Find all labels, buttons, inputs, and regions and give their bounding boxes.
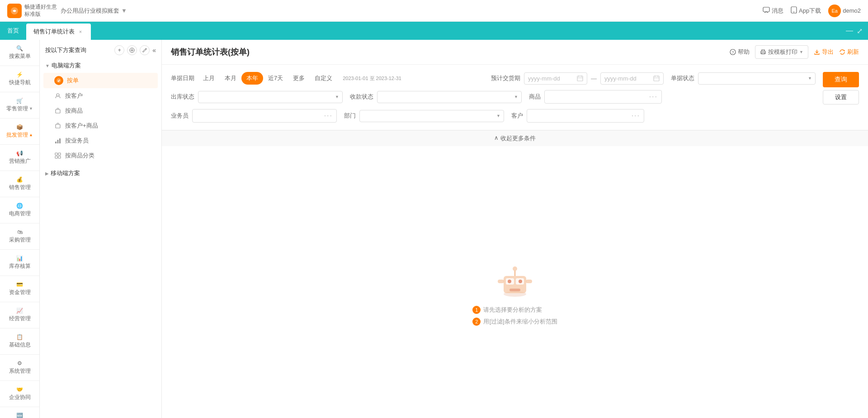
by-product-icon bbox=[54, 107, 61, 114]
tab-sales-order[interactable]: 销售订单统计表 × bbox=[26, 24, 91, 40]
app-download-btn[interactable]: App下载 bbox=[791, 6, 821, 15]
order-status-select[interactable] bbox=[698, 72, 816, 85]
message-btn[interactable]: 消息 bbox=[763, 6, 783, 15]
last-7-days-btn[interactable]: 近7天 bbox=[263, 72, 288, 85]
shipping-status-select[interactable] bbox=[198, 91, 343, 103]
date-shortcuts: 上月 本月 本年 近7天 更多 自定义 bbox=[198, 72, 337, 85]
payment-status-select[interactable] bbox=[377, 91, 522, 103]
left-panel-header: 按以下方案查询 + « bbox=[40, 45, 161, 59]
order-status-label: 单据状态 bbox=[671, 74, 694, 82]
settings-btn[interactable]: 设置 bbox=[823, 90, 859, 104]
svg-rect-13 bbox=[59, 138, 61, 143]
svg-point-34 bbox=[508, 280, 511, 283]
tab-maximize-btn[interactable]: ⤢ bbox=[857, 27, 863, 35]
finance-icon: 💳 bbox=[0, 281, 39, 288]
department-select[interactable] bbox=[359, 110, 504, 122]
sidebar-item-inventory[interactable]: 📊 库存核算 bbox=[0, 250, 39, 276]
sidebar-item-retail-mgmt[interactable]: 🛒 零售管理 ▼ bbox=[0, 92, 39, 119]
operations-icon: 📈 bbox=[0, 308, 39, 314]
filter-order-status: 单据状态 bbox=[671, 72, 816, 85]
svg-rect-10 bbox=[56, 124, 60, 128]
scheme-group-pc: ▼ 电脑端方案 按单 按客户 bbox=[40, 59, 161, 163]
tab-minimize-btn[interactable]: — bbox=[846, 27, 853, 35]
scheme-item-by-product-cat[interactable]: 按商品分类 bbox=[43, 148, 158, 163]
scheme-group-arrow-icon: ▼ bbox=[45, 63, 50, 68]
print-dropdown-icon: ▼ bbox=[799, 50, 803, 54]
scheme-group-pc-header[interactable]: ▼ 电脑端方案 bbox=[43, 59, 158, 72]
sidebar-item-ecommerce[interactable]: 🌐 电商管理 bbox=[0, 197, 39, 223]
message-label: 消息 bbox=[772, 7, 783, 15]
print-btn[interactable]: 按模板打印 ▼ bbox=[755, 45, 808, 59]
breadcrumb-area: 办公用品行业模拟账套 ▼ bbox=[61, 7, 127, 15]
date-range-display: 2023-01-01 至 2023-12-31 bbox=[343, 75, 401, 82]
tab-home-label: 首页 bbox=[7, 27, 19, 35]
svg-rect-39 bbox=[498, 280, 504, 283]
edit-scheme-btn[interactable] bbox=[127, 45, 137, 55]
page-actions: ? 帮助 按模板打印 ▼ 导出 刷新 bbox=[730, 45, 859, 59]
add-scheme-btn[interactable]: + bbox=[114, 45, 124, 55]
this-year-btn[interactable]: 本年 bbox=[241, 72, 263, 85]
filter-product: 商品 ··· bbox=[529, 90, 662, 104]
sidebar: 🔍 搜索菜单 ⚡ 快捷导航 🛒 零售管理 ▼ 📦 批发管理 ▲ 📢 营销推广 bbox=[0, 40, 40, 418]
tab-home[interactable]: 首页 bbox=[0, 22, 26, 40]
this-month-btn[interactable]: 本月 bbox=[220, 72, 241, 85]
scheme-item-by-customer[interactable]: 按客户 bbox=[43, 89, 158, 103]
sidebar-item-new-guide[interactable]: 🆕 新手引导 bbox=[0, 407, 39, 418]
collapse-filter-btn[interactable]: ∧ 收起更多条件 bbox=[162, 130, 868, 146]
payment-status-label: 收款状态 bbox=[350, 93, 373, 101]
tab-close-btn[interactable]: × bbox=[77, 28, 84, 35]
app-download-label: App下载 bbox=[799, 7, 821, 15]
sidebar-item-quick-nav[interactable]: ⚡ 快捷导航 bbox=[0, 66, 39, 92]
main-layout: 🔍 搜索菜单 ⚡ 快捷导航 🛒 零售管理 ▼ 📦 批发管理 ▲ 📢 营销推广 bbox=[0, 40, 868, 418]
sidebar-item-sales-mgmt[interactable]: 💰 销售管理 bbox=[0, 171, 39, 197]
logo-text: 畅捷通好生意 标准版 bbox=[24, 4, 57, 18]
tip-text-1: 请先选择要分析的方案 bbox=[483, 306, 542, 314]
tab-sales-order-label: 销售订单统计表 bbox=[33, 28, 75, 36]
sidebar-item-enterprise[interactable]: 🤝 企业协同 bbox=[0, 381, 39, 407]
sidebar-item-wholesale-mgmt[interactable]: 📦 批发管理 ▲ bbox=[0, 119, 39, 145]
date-range-dash: — bbox=[591, 75, 597, 82]
right-panel: 销售订单统计表(按单) ? 帮助 按模板打印 ▼ 导出 bbox=[162, 40, 868, 418]
edit-scheme-icon-btn[interactable] bbox=[140, 45, 150, 55]
scheme-group-mobile-label: 移动端方案 bbox=[51, 169, 80, 177]
sidebar-item-basic-info[interactable]: 📋 基础信息 bbox=[0, 328, 39, 355]
refresh-btn[interactable]: 刷新 bbox=[839, 48, 859, 56]
customer-label: 客户 bbox=[511, 112, 523, 120]
filter-expected-delivery: 预计交货期 yyyy-mm-dd — yyyy-mm-dd bbox=[491, 72, 664, 85]
last-month-btn[interactable]: 上月 bbox=[198, 72, 220, 85]
scheme-item-by-customer-product[interactable]: 按客户+商品 bbox=[43, 119, 158, 133]
shipping-status-label: 出库状态 bbox=[171, 93, 194, 101]
export-btn[interactable]: 导出 bbox=[814, 48, 834, 56]
breadcrumb-dropdown-icon[interactable]: ▼ bbox=[121, 7, 127, 14]
svg-rect-12 bbox=[57, 140, 59, 143]
scheme-item-by-order[interactable]: 按单 bbox=[43, 73, 158, 88]
customer-input[interactable]: ··· bbox=[527, 109, 644, 123]
sidebar-item-purchase[interactable]: 🛍 采购管理 bbox=[0, 223, 39, 250]
delivery-date-end[interactable]: yyyy-mm-dd bbox=[600, 72, 664, 85]
sidebar-item-marketing[interactable]: 📢 营销推广 bbox=[0, 145, 39, 171]
scheme-item-by-product[interactable]: 按商品 bbox=[43, 104, 158, 118]
sidebar-item-system[interactable]: ⚙ 系统管理 bbox=[0, 355, 39, 381]
user-area[interactable]: Ea demo2 bbox=[828, 5, 861, 17]
empty-tip-1: 1 请先选择要分析的方案 bbox=[472, 306, 557, 314]
sidebar-item-search-menu[interactable]: 🔍 搜索菜单 bbox=[0, 40, 39, 66]
sidebar-item-finance[interactable]: 💳 资金管理 bbox=[0, 276, 39, 302]
empty-tip-2: 2 用[过滤]条件来缩小分析范围 bbox=[472, 318, 557, 326]
more-dates-btn[interactable]: 更多 bbox=[288, 72, 310, 85]
scheme-item-by-salesperson[interactable]: 按业务员 bbox=[43, 133, 158, 148]
scheme-group-mobile-header[interactable]: ▶ 移动端方案 bbox=[43, 166, 158, 180]
help-btn[interactable]: ? 帮助 bbox=[730, 48, 750, 56]
salesperson-input[interactable]: ··· bbox=[192, 109, 337, 123]
product-input[interactable]: ··· bbox=[544, 90, 662, 104]
collapse-panel-btn[interactable]: « bbox=[152, 47, 156, 54]
department-label: 部门 bbox=[344, 112, 356, 120]
sidebar-item-operations[interactable]: 📈 经营管理 bbox=[0, 302, 39, 328]
query-btn[interactable]: 查询 bbox=[823, 72, 859, 87]
svg-rect-17 bbox=[58, 156, 61, 158]
filter-payment-status: 收款状态 bbox=[350, 91, 522, 103]
custom-date-btn[interactable]: 自定义 bbox=[310, 72, 337, 85]
filter-row-3: 业务员 ··· 部门 bbox=[171, 109, 816, 123]
svg-rect-1 bbox=[763, 7, 769, 12]
svg-point-7 bbox=[57, 78, 61, 83]
delivery-date-start[interactable]: yyyy-mm-dd bbox=[524, 72, 587, 85]
